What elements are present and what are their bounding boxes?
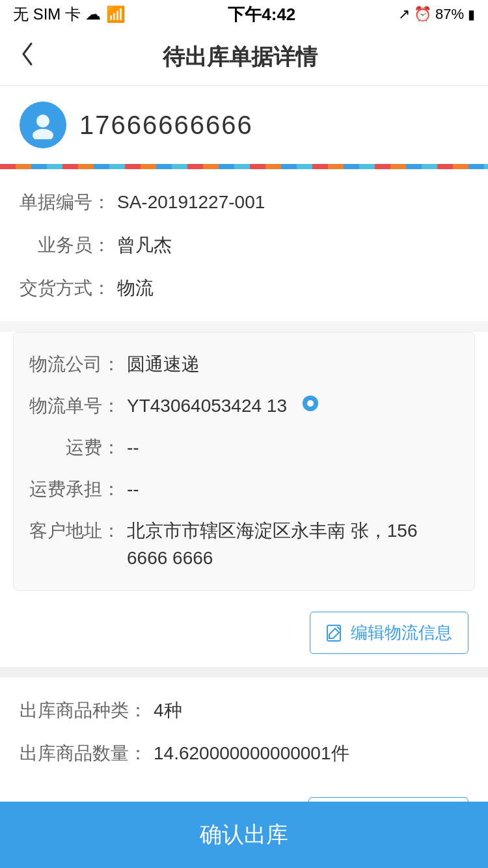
address-label: 客户地址： [29,517,120,545]
status-right: ↗ ⏰ 87% ▮ [398,6,475,23]
freight-value: -- [127,434,459,461]
sales-person-label: 业务员： [20,232,111,259]
edit-icon [326,624,344,642]
confirm-button-label: 确认出库 [200,822,288,847]
sales-person-value: 曾凡杰 [117,232,468,259]
goods-section: 出库商品种类： 4种 出库商品数量： 14.620000000000001件 [0,677,488,787]
status-bar: 无 SIM 卡 ☁ 📶 下午4:42 ↗ ⏰ 87% ▮ [0,0,488,29]
wifi-icon: 📶 [106,5,126,23]
tracking-no-label: 物流单号： [29,392,120,420]
goods-types-label: 出库商品种类： [20,697,147,724]
edit-logistics-label: 编辑物流信息 [351,621,452,644]
user-phone: 17666666666 [79,111,253,140]
tracking-no-row: 物流单号： YT43064053424 13 [29,392,459,420]
goods-quantity-label: 出库商品数量： [20,740,147,767]
avatar [20,102,66,148]
confirm-button[interactable]: 确认出库 [0,802,488,868]
edit-logistics-button[interactable]: 编辑物流信息 [310,612,468,654]
status-time: 下午4:42 [228,3,295,26]
goods-quantity-value: 14.620000000000001件 [154,740,468,767]
delivery-method-label: 交货方式： [20,275,111,302]
goods-types-value: 4种 [154,697,468,724]
logistics-company-row: 物流公司： 圆通速递 [29,351,459,378]
back-button[interactable] [20,41,35,73]
dashed-divider [0,164,488,169]
order-no-value: SA-20191227-001 [117,189,468,216]
battery-level: 87% [435,6,464,23]
user-header: 17666666666 [0,86,488,164]
alarm-icon: ⏰ [414,6,431,23]
logistics-wrapper: 物流公司： 圆通速递 物流单号： YT43064053424 13 运费： --… [0,332,488,667]
page-title: 待出库单据详情 [48,42,432,72]
address-row: 客户地址： 北京市市辖区海淀区永丰南 张，156 6666 6666 [29,517,459,572]
tracking-no-value: YT43064053424 13 [127,392,287,420]
status-left: 无 SIM 卡 ☁ 📶 [13,4,126,25]
edit-btn-row: 编辑物流信息 [0,601,488,667]
svg-point-4 [307,400,314,407]
order-info-section: 单据编号： SA-20191227-001 业务员： 曾凡杰 交货方式： 物流 [0,169,488,321]
logistics-company-label: 物流公司： [29,351,120,378]
logistics-card: 物流公司： 圆通速递 物流单号： YT43064053424 13 运费： --… [13,332,475,591]
tracking-no-value-row: YT43064053424 13 [127,392,459,420]
battery-icon: ▮ [468,7,475,22]
goods-quantity-row: 出库商品数量： 14.620000000000001件 [20,740,468,767]
freight-label: 运费： [29,434,120,461]
nav-bar: 待出库单据详情 [0,29,488,86]
goods-types-row: 出库商品种类： 4种 [20,697,468,724]
freight-bearer-label: 运费承担： [29,476,120,503]
svg-point-1 [33,129,53,139]
order-no-row: 单据编号： SA-20191227-001 [20,189,468,216]
freight-bearer-row: 运费承担： -- [29,476,459,503]
address-value: 北京市市辖区海淀区永丰南 张，156 6666 6666 [127,517,459,572]
section-divider [0,667,488,677]
sales-person-row: 业务员： 曾凡杰 [20,232,468,259]
location-status-icon: ↗ [398,6,410,23]
delivery-method-value: 物流 [117,275,468,302]
delivery-method-row: 交货方式： 物流 [20,275,468,302]
svg-point-0 [36,115,49,128]
logistics-company-value: 圆通速递 [127,351,459,378]
location-pin-icon [297,393,323,419]
freight-row: 运费： -- [29,434,459,461]
sim-status: 无 SIM 卡 ☁ [13,4,101,25]
freight-bearer-value: -- [127,476,459,503]
order-no-label: 单据编号： [20,189,111,216]
